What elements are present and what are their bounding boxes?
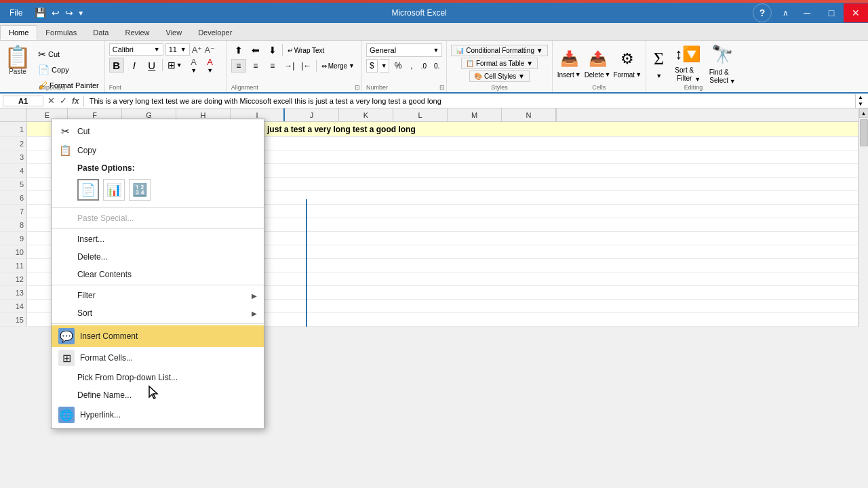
paste-option-3[interactable]: 🔢 xyxy=(129,179,151,201)
merge-center-button[interactable]: ⇔Merge▼ xyxy=(319,60,357,72)
number-format-dropdown[interactable]: General▼ xyxy=(366,43,442,57)
quick-access-more[interactable]: ▼ xyxy=(76,9,85,17)
accounting-format-button[interactable]: $ xyxy=(366,59,378,73)
font-color-button[interactable]: A ▼ xyxy=(203,58,217,73)
menu-item-filter[interactable]: Filter ▶ xyxy=(52,287,264,304)
paste-option-1[interactable]: 📄 xyxy=(77,179,99,201)
find-select-dropdown[interactable]: ▼ xyxy=(730,78,736,85)
format-button[interactable]: ⚙ xyxy=(617,48,637,70)
menu-item-copy[interactable]: 📋 Copy xyxy=(52,141,264,160)
font-size-decrease[interactable]: A⁻ xyxy=(204,45,215,55)
col-header-L[interactable]: L xyxy=(393,108,448,121)
delete-button[interactable]: 📤 xyxy=(585,48,610,70)
alignment-expand-icon[interactable]: ⊡ xyxy=(355,84,360,91)
increase-indent-button[interactable]: →| xyxy=(282,59,297,73)
insert-function-btn[interactable]: fx xyxy=(71,96,81,106)
format-as-table-button[interactable]: 📋Format as Table ▼ xyxy=(461,58,538,69)
scroll-thumb[interactable] xyxy=(860,119,868,146)
conditional-formatting-button[interactable]: 📊Conditional Formatting ▼ xyxy=(451,45,547,56)
row-num-1[interactable]: 1 xyxy=(0,122,27,136)
align-left-button[interactable]: ≡ xyxy=(231,59,246,73)
copy-button[interactable]: 📄 Copy xyxy=(35,63,102,77)
vertical-scrollbar[interactable]: ▲ xyxy=(859,108,868,327)
delete-dropdown[interactable]: ▼ xyxy=(605,71,611,78)
col-header-J[interactable]: J xyxy=(285,108,339,121)
menu-item-paste-special[interactable]: Paste Special... xyxy=(52,209,264,227)
ribbon-collapse-btn[interactable]: ∧ xyxy=(776,3,795,22)
number-expand-icon[interactable]: ⊡ xyxy=(439,84,445,91)
row-num-3: 3 xyxy=(0,150,27,163)
menu-item-cut[interactable]: ✂ Cut xyxy=(52,122,264,141)
quick-access-save[interactable]: 💾 xyxy=(32,7,49,18)
close-btn[interactable]: ✕ xyxy=(844,3,868,22)
fill-color-button[interactable]: A ▼ xyxy=(187,58,201,73)
help-icon[interactable]: ? xyxy=(753,3,772,22)
formula-content[interactable]: This is a very long text test we are doi… xyxy=(87,96,852,106)
border-button[interactable]: ⊞▼ xyxy=(165,58,184,73)
increase-decimal-button[interactable]: .0 xyxy=(418,59,429,73)
sort-filter-dropdown[interactable]: ▼ xyxy=(694,76,701,83)
tab-view[interactable]: View xyxy=(158,25,191,40)
insert-dropdown[interactable]: ▼ xyxy=(575,71,581,78)
tab-developer[interactable]: Developer xyxy=(190,25,240,40)
wrap-text-button[interactable]: ↵Wrap Text xyxy=(285,45,328,56)
menu-item-delete[interactable]: Delete... xyxy=(52,248,264,266)
tab-data[interactable]: Data xyxy=(85,25,117,40)
font-name-dropdown[interactable]: Calibri▼ xyxy=(109,43,163,56)
menu-item-format-cells[interactable]: ⊞ Format Cells... xyxy=(52,347,264,369)
align-bottom-button[interactable]: ⬇ xyxy=(265,43,280,57)
paste-option-2[interactable]: 📊 xyxy=(103,179,125,201)
decrease-indent-button[interactable]: |← xyxy=(299,59,314,73)
decrease-decimal-button[interactable]: 0. xyxy=(431,59,442,73)
col-header-N[interactable]: N xyxy=(502,108,556,121)
align-right-button[interactable]: ≡ xyxy=(265,59,280,73)
underline-button[interactable]: U xyxy=(144,58,159,73)
align-top-button[interactable]: ⬆ xyxy=(231,43,246,57)
find-select-button[interactable]: 🔭 xyxy=(708,42,736,67)
paste-button[interactable]: 📋 Paste xyxy=(3,45,33,77)
font-size-increase[interactable]: A⁺ xyxy=(192,45,203,55)
align-middle-button[interactable]: ⬅ xyxy=(248,43,263,57)
row-num-2: 2 xyxy=(0,137,27,150)
italic-button[interactable]: I xyxy=(127,58,142,73)
quick-access-redo[interactable]: ↪ xyxy=(62,7,76,18)
autosum-button[interactable]: Σ xyxy=(650,47,667,71)
bold-button[interactable]: B xyxy=(109,58,124,73)
percent-button[interactable]: % xyxy=(391,59,406,73)
menu-item-hyperlink[interactable]: 🌐 Hyperlink... xyxy=(52,404,264,426)
comma-button[interactable]: , xyxy=(407,59,416,73)
menu-item-sort[interactable]: Sort ▶ xyxy=(52,304,264,322)
minimize-btn[interactable]: ─ xyxy=(795,3,819,22)
row-num-11: 11 xyxy=(0,259,27,272)
insert-button[interactable]: 📥 xyxy=(557,48,582,70)
cancel-formula-btn[interactable]: ✕ xyxy=(46,96,56,106)
row-num-6: 6 xyxy=(0,191,27,204)
formula-scroll-up[interactable]: ▲ xyxy=(856,94,865,101)
tab-review[interactable]: Review xyxy=(117,25,157,40)
format-dropdown[interactable]: ▼ xyxy=(635,71,642,78)
confirm-formula-btn[interactable]: ✓ xyxy=(58,96,68,106)
align-center-button[interactable]: ≡ xyxy=(248,59,263,73)
cell-styles-button[interactable]: 🎨Cell Styles ▼ xyxy=(469,70,530,82)
cut-button[interactable]: ✂ Cut xyxy=(35,47,102,61)
quick-access-undo[interactable]: ↩ xyxy=(49,7,62,18)
menu-item-insert[interactable]: Insert... xyxy=(52,230,264,248)
menu-item-clear-contents[interactable]: Clear Contents xyxy=(52,266,264,283)
autosum-dropdown[interactable]: ▼ xyxy=(656,73,662,79)
accounting-dropdown[interactable]: ▼ xyxy=(380,59,389,73)
maximize-btn[interactable]: □ xyxy=(819,3,844,22)
sort-filter-button[interactable]: ↕🔽 xyxy=(671,43,704,65)
menu-item-define-name[interactable]: Define Name... xyxy=(52,386,264,404)
font-group-label: Font xyxy=(109,84,121,91)
formula-scroll-down[interactable]: ▼ xyxy=(856,101,865,108)
font-size-dropdown[interactable]: 11▼ xyxy=(165,43,190,56)
scroll-up-btn[interactable]: ▲ xyxy=(859,108,869,118)
col-header-M[interactable]: M xyxy=(448,108,502,121)
col-header-K[interactable]: K xyxy=(339,108,393,121)
name-box[interactable]: A1 xyxy=(3,96,43,106)
tab-formulas[interactable]: Formulas xyxy=(37,25,85,40)
file-tab[interactable]: File xyxy=(0,3,32,23)
menu-item-insert-comment[interactable]: 💬 Insert Comment xyxy=(52,325,264,347)
menu-item-pick-dropdown[interactable]: Pick From Drop-down List... xyxy=(52,369,264,386)
tab-home[interactable]: Home xyxy=(0,25,37,40)
